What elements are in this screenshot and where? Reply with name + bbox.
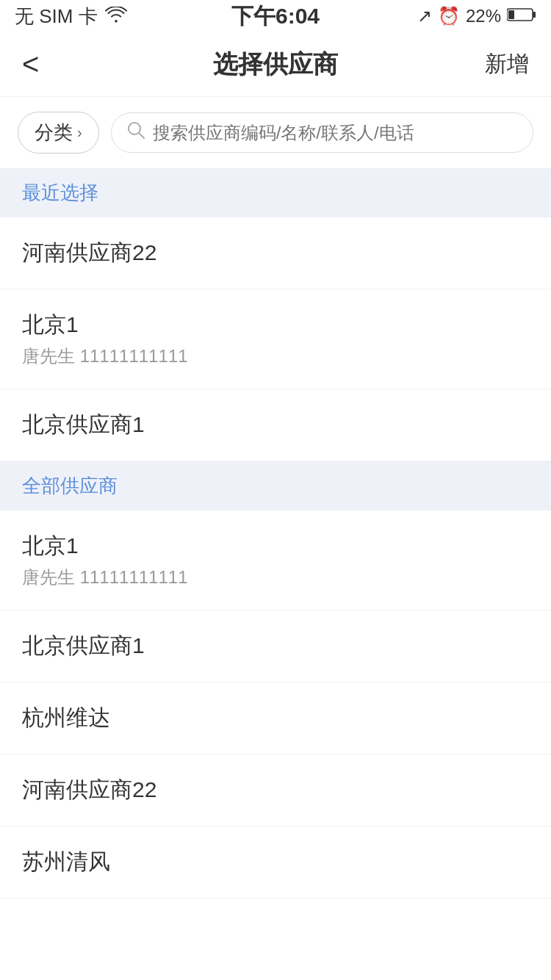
supplier-name: 河南供应商22 (22, 775, 529, 805)
alarm-icon: ⏰ (438, 6, 460, 26)
list-item[interactable]: 北京1 唐先生 11111111111 (0, 289, 551, 389)
svg-line-4 (139, 133, 144, 138)
recent-section-header: 最近选择 (0, 168, 551, 217)
supplier-name: 北京供应商1 (22, 631, 529, 661)
category-label: 分类 (35, 120, 73, 145)
location-icon: ↗ (417, 6, 432, 26)
list-item[interactable]: 河南供应商22 (0, 217, 551, 289)
back-button[interactable]: < (22, 48, 66, 81)
supplier-name: 杭州维达 (22, 703, 529, 733)
status-carrier: 无 SIM 卡 (15, 4, 127, 29)
search-box[interactable] (111, 112, 533, 153)
supplier-contact: 唐先生 11111111111 (22, 566, 529, 589)
supplier-contact: 唐先生 11111111111 (22, 345, 529, 368)
supplier-name: 北京1 (22, 310, 529, 340)
list-item[interactable]: 北京供应商1 (0, 610, 551, 682)
supplier-name: 河南供应商22 (22, 238, 529, 268)
chevron-icon: › (77, 124, 82, 141)
supplier-name: 北京供应商1 (22, 410, 529, 440)
battery-text: 22% (466, 6, 501, 26)
all-section-label: 全部供应商 (22, 475, 118, 497)
status-time: 下午6:04 (231, 1, 320, 32)
list-item[interactable]: 北京供应商1 (0, 389, 551, 461)
nav-bar: < 选择供应商 新增 (0, 32, 551, 97)
search-input[interactable] (153, 123, 518, 143)
all-section-header: 全部供应商 (0, 461, 551, 511)
list-item[interactable]: 北京1 唐先生 11111111111 (0, 511, 551, 610)
recent-items-list: 河南供应商22 北京1 唐先生 11111111111 北京供应商1 (0, 217, 551, 461)
status-bar: 无 SIM 卡 下午6:04 ↗ ⏰ 22% (0, 0, 551, 32)
supplier-name: 北京1 (22, 531, 529, 561)
supplier-name: 苏州清风 (22, 847, 529, 877)
all-items-list: 北京1 唐先生 11111111111 北京供应商1 杭州维达 河南供应商22 … (0, 511, 551, 898)
svg-rect-2 (508, 10, 514, 19)
filter-bar: 分类 › (0, 97, 551, 168)
list-item[interactable]: 苏州清风 (0, 826, 551, 898)
page-title: 选择供应商 (213, 48, 338, 82)
status-right: ↗ ⏰ 22% (417, 6, 536, 26)
list-item[interactable]: 杭州维达 (0, 682, 551, 754)
wifi-icon (105, 5, 127, 28)
category-button[interactable]: 分类 › (18, 112, 99, 154)
recent-section-label: 最近选择 (22, 181, 98, 203)
add-button[interactable]: 新增 (485, 49, 529, 79)
list-item[interactable]: 河南供应商22 (0, 754, 551, 826)
svg-rect-1 (533, 12, 536, 18)
carrier-text: 无 SIM 卡 (15, 4, 98, 29)
search-icon (126, 120, 145, 145)
battery-icon (507, 6, 536, 26)
